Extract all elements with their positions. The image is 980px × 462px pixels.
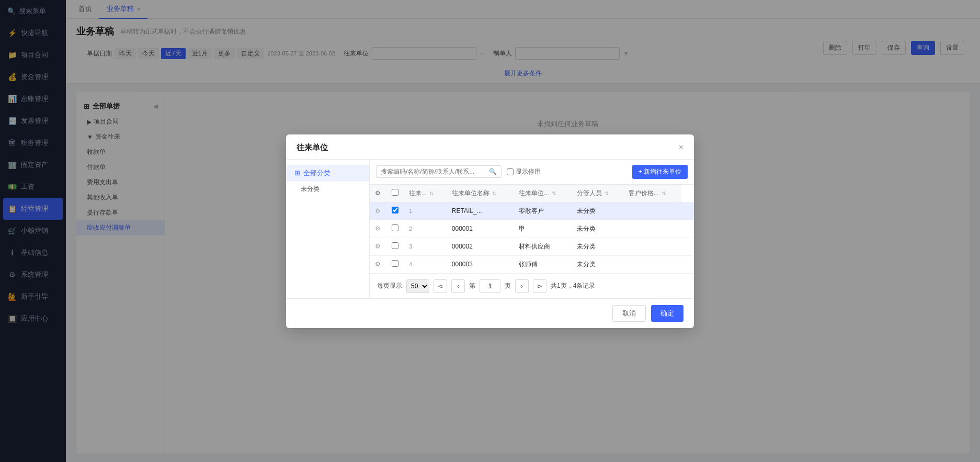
dialog-counterparty: 往来单位 × ⊞ 全部分类 未分类 🔍: [286, 134, 694, 328]
row-category: 未分类: [572, 202, 623, 220]
dialog-footer: 取消 确定: [286, 298, 694, 328]
close-button[interactable]: ×: [679, 143, 683, 152]
search-icon: 🔍: [489, 168, 497, 175]
grid-icon-small: ⊞: [294, 169, 300, 177]
table-row[interactable]: ⚙ 1 RETAIL_... 零散客户 未分类: [370, 202, 694, 220]
search-box[interactable]: 🔍: [376, 165, 502, 178]
total-text: 共1页，4条记录: [551, 281, 595, 290]
row-code: 000002: [447, 238, 514, 255]
show-disabled-checkbox[interactable]: [507, 168, 514, 175]
row-checkbox[interactable]: [386, 202, 404, 220]
confirm-button[interactable]: 确定: [651, 305, 683, 322]
page-label-pre: 第: [469, 281, 475, 290]
row-code: 000001: [447, 220, 514, 238]
row-num: 4: [404, 255, 447, 273]
modal-overlay[interactable]: 往来单位 × ⊞ 全部分类 未分类 🔍: [0, 0, 980, 462]
row-settings: ⚙: [370, 238, 386, 255]
row-price: [681, 202, 694, 220]
per-page-label: 每页显示: [377, 281, 402, 290]
th-settings: ⚙: [370, 185, 386, 202]
row-checkbox[interactable]: [386, 255, 404, 273]
row-name: 张师傅: [514, 255, 572, 273]
row-settings: ⚙: [370, 202, 386, 220]
row-manager: [623, 255, 681, 273]
th-price: 客户价格... ⇅: [623, 185, 681, 202]
table-row[interactable]: ⚙ 2 000001 甲 未分类: [370, 220, 694, 238]
row-code: 000003: [447, 255, 514, 273]
row-num: 2: [404, 220, 447, 238]
row-manager: [623, 238, 681, 255]
row-category: 未分类: [572, 238, 623, 255]
select-all-checkbox[interactable]: [392, 189, 398, 196]
row-name: 材料供应商: [514, 238, 572, 255]
row-code: RETAIL_...: [447, 202, 514, 220]
row-settings: ⚙: [370, 220, 386, 238]
last-page-button[interactable]: ⊳: [533, 279, 546, 293]
row-manager: [623, 202, 681, 220]
counterparty-table: ⚙ 往来... ⇅ 往来单位名称 ⇅ 往来单位... ⇅ 分管人员 ⇅ 客户价格…: [370, 185, 694, 274]
prev-page-button[interactable]: ‹: [451, 279, 465, 293]
row-name: 零散客户: [514, 202, 572, 220]
row-name: 甲: [514, 220, 572, 238]
first-page-button[interactable]: ⊲: [434, 279, 447, 293]
page-label-post: 页: [505, 281, 511, 290]
th-code: 往来... ⇅: [404, 185, 447, 202]
row-category: 未分类: [572, 255, 623, 273]
row-checkbox[interactable]: [386, 238, 404, 255]
dialog-header: 往来单位 ×: [286, 134, 694, 160]
th-manager: 分管人员 ⇅: [572, 185, 623, 202]
dialog-right-panel: 🔍 显示停用 + 新增往来单位 ⚙: [370, 160, 694, 298]
uncategorized-item[interactable]: 未分类: [286, 182, 369, 197]
row-num: 3: [404, 238, 447, 255]
cancel-button[interactable]: 取消: [612, 305, 646, 322]
current-page-input[interactable]: [480, 279, 500, 293]
dialog-toolbar: 🔍 显示停用 + 新增往来单位: [370, 160, 694, 185]
row-checkbox[interactable]: [386, 220, 404, 238]
search-input[interactable]: [381, 168, 486, 175]
dialog-title: 往来单位: [297, 143, 328, 153]
row-price: [681, 255, 694, 273]
row-price: [681, 220, 694, 238]
table-row[interactable]: ⚙ 3 000002 材料供应商 未分类: [370, 238, 694, 255]
th-category: 往来单位... ⇅: [514, 185, 572, 202]
row-num: 1: [404, 202, 447, 220]
row-settings: ⚙: [370, 255, 386, 273]
row-category: 未分类: [572, 220, 623, 238]
dialog-table: ⚙ 往来... ⇅ 往来单位名称 ⇅ 往来单位... ⇅ 分管人员 ⇅ 客户价格…: [370, 185, 694, 274]
per-page-select[interactable]: 50: [406, 279, 429, 293]
next-page-button[interactable]: ›: [515, 279, 529, 293]
th-name: 往来单位名称 ⇅: [447, 185, 514, 202]
dialog-pagination: 每页显示 50 ⊲ ‹ 第 页 › ⊳ 共1页，4条记录: [370, 274, 694, 298]
show-disabled-toggle[interactable]: 显示停用: [507, 167, 541, 176]
dialog-body: ⊞ 全部分类 未分类 🔍 显示停用 + 新增往来单位: [286, 160, 694, 298]
row-price: [681, 238, 694, 255]
row-manager: [623, 220, 681, 238]
table-row[interactable]: ⚙ 4 000003 张师傅 未分类: [370, 255, 694, 273]
all-category-item[interactable]: ⊞ 全部分类: [286, 165, 369, 182]
dialog-left-panel: ⊞ 全部分类 未分类: [286, 160, 370, 298]
add-counterparty-button[interactable]: + 新增往来单位: [632, 165, 688, 179]
th-checkbox: [386, 185, 404, 202]
